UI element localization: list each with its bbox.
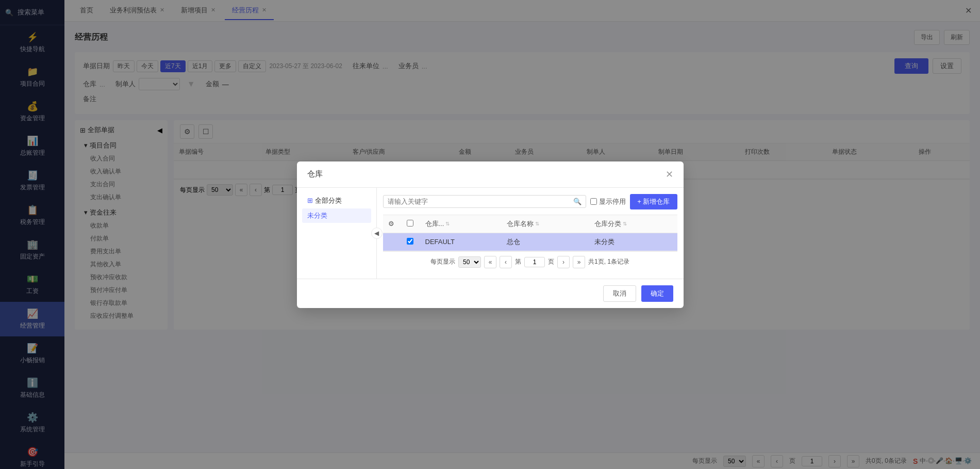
sort-icon-category: ⇅ <box>623 221 627 227</box>
modal-th-settings-icon: ⚙ <box>388 220 394 228</box>
modal-th-checkbox[interactable] <box>402 215 420 233</box>
modal-overlay: 仓库 ✕ ⊞ 全部分类 未分类 ◀ <box>0 0 980 469</box>
modal-td-name: 总仓 <box>502 233 589 251</box>
modal-title: 仓库 <box>307 169 323 179</box>
modal-uncategorized-label: 未分类 <box>307 212 327 219</box>
modal-close-btn[interactable]: ✕ <box>666 169 673 180</box>
modal-collapse-btn[interactable]: ◀ <box>371 228 383 239</box>
modal-search-input[interactable] <box>388 198 571 205</box>
modal-page-input[interactable] <box>524 257 545 267</box>
modal-right-panel: 🔍 显示停用 + 新增仓库 ⚙ <box>377 188 684 279</box>
modal-grid-icon: ⊞ <box>307 197 313 204</box>
modal-th-name-label: 仓库名称 <box>507 219 534 229</box>
modal-td-code: DEFAULT <box>420 233 502 251</box>
modal-td-checkbox[interactable] <box>402 233 420 251</box>
modal-th-name: 仓库名称 ⇅ <box>502 215 589 233</box>
modal-confirm-btn[interactable]: 确定 <box>641 285 673 302</box>
modal-row-checkbox[interactable] <box>407 238 413 245</box>
modal-th-code: 仓库... ⇅ <box>420 215 502 233</box>
sort-icon-name: ⇅ <box>535 221 539 227</box>
modal-last-btn[interactable]: » <box>573 256 585 268</box>
modal-page-size-select[interactable]: 50 <box>458 256 481 268</box>
modal-table-row[interactable]: DEFAULT 总仓 未分类 <box>383 233 677 251</box>
modal-page-word: 第 <box>515 257 521 266</box>
modal-th-category-label: 仓库分类 <box>594 219 621 229</box>
modal-td-row-settings <box>383 233 402 251</box>
modal-uncategorized-item[interactable]: 未分类 <box>302 208 371 223</box>
modal-td-category: 未分类 <box>589 233 677 251</box>
modal-header: 仓库 ✕ <box>297 161 684 188</box>
modal-show-disabled-label: 显示停用 <box>599 197 626 206</box>
modal-table: ⚙ 仓库... ⇅ <box>383 215 677 251</box>
modal-footer: 取消 确定 <box>297 279 684 308</box>
modal-page-word2: 页 <box>548 257 554 266</box>
modal-cancel-btn[interactable]: 取消 <box>603 285 636 302</box>
modal-show-disabled-input[interactable] <box>590 198 597 205</box>
modal-first-btn[interactable]: « <box>484 256 496 268</box>
modal-page-size-label: 每页显示 <box>430 257 455 266</box>
modal-search-box: 🔍 <box>383 195 587 208</box>
modal-search-icon[interactable]: 🔍 <box>573 198 582 205</box>
modal-th-settings[interactable]: ⚙ <box>383 215 402 233</box>
modal-left-header: ⊞ 全部分类 <box>302 193 371 208</box>
sort-icon-code: ⇅ <box>445 221 450 227</box>
modal-pagination: 每页显示 50 « ‹ 第 页 › » 共1页, 1条记录 <box>383 251 677 272</box>
modal-add-btn[interactable]: + 新增仓库 <box>630 194 677 209</box>
modal-total: 共1页, 1条记录 <box>588 257 629 266</box>
modal-th-code-label: 仓库... <box>425 219 444 229</box>
modal-warehouse: 仓库 ✕ ⊞ 全部分类 未分类 ◀ <box>297 161 684 308</box>
modal-toolbar: 🔍 显示停用 + 新增仓库 <box>383 194 677 209</box>
modal-body: ⊞ 全部分类 未分类 ◀ 🔍 显示停用 <box>297 188 684 279</box>
modal-next-btn[interactable]: › <box>557 256 570 268</box>
modal-show-disabled-checkbox[interactable]: 显示停用 <box>590 197 626 206</box>
modal-prev-btn[interactable]: ‹ <box>500 256 512 268</box>
modal-table-container: ⚙ 仓库... ⇅ <box>383 215 677 251</box>
modal-th-checkbox-input[interactable] <box>407 220 413 227</box>
modal-th-category: 仓库分类 ⇅ <box>589 215 677 233</box>
modal-all-categories-label[interactable]: 全部分类 <box>315 196 342 205</box>
modal-left-panel: ⊞ 全部分类 未分类 ◀ <box>297 188 377 279</box>
